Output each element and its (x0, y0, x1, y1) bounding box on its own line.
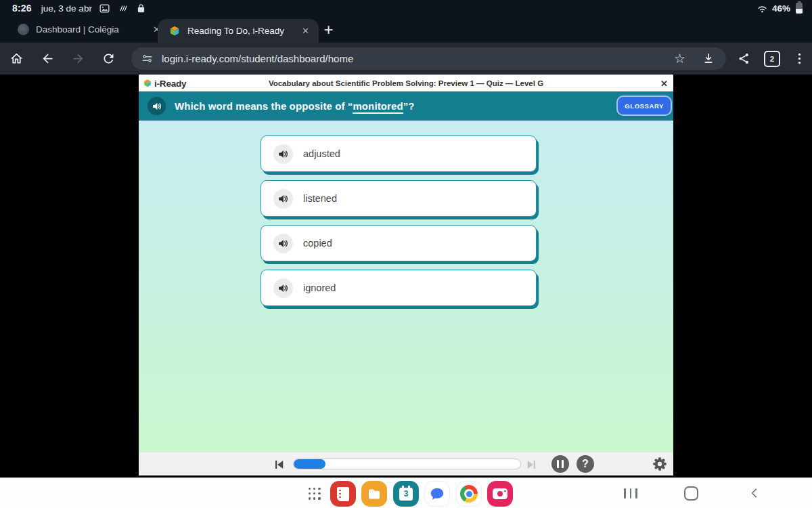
site-settings-icon[interactable] (141, 52, 154, 65)
new-tab-button[interactable]: + (315, 16, 342, 43)
option-label: ignored (303, 282, 336, 293)
back-nav-button[interactable] (748, 487, 761, 499)
question-mark-icon: ? (582, 458, 589, 470)
camera-app-icon[interactable] (487, 481, 513, 507)
reload-button[interactable] (100, 51, 116, 67)
messages-app-icon[interactable] (424, 481, 450, 507)
download-icon[interactable] (702, 52, 715, 66)
url-bar[interactable]: login.i-ready.com/student/dashboard/home… (131, 47, 726, 70)
calendar-day: 3 (404, 489, 409, 499)
skip-forward-icon[interactable] (525, 459, 537, 471)
progress-fill (294, 459, 325, 469)
android-taskbar: 3 (0, 478, 812, 508)
wifi-icon (757, 3, 768, 14)
quiz-title: Vocabulary about Scientific Problem Solv… (139, 79, 673, 87)
tab-title: Reading To Do, i-Ready (187, 26, 298, 36)
question-word: monitored (353, 100, 403, 114)
browser-tab-strip: Dashboard | Colēgia ✕ Reading To Do, i-R… (0, 16, 812, 43)
iready-quiz-page: i-Ready Vocabulary about Scientific Prob… (139, 75, 673, 475)
colegia-favicon-icon (18, 24, 29, 35)
option-label: listened (303, 193, 337, 204)
calendar-app-icon[interactable]: 3 (393, 481, 419, 507)
question-audio-button[interactable] (148, 97, 166, 115)
question-suffix: ”? (403, 100, 415, 112)
android-status-bar: 8:26 jue, 3 de abr 46% (0, 0, 812, 16)
back-button[interactable] (39, 51, 55, 67)
speaker-icon (277, 148, 289, 160)
chrome-app-icon[interactable] (456, 481, 482, 507)
question-bar: Which word means the opposite of “monito… (139, 91, 673, 121)
files-app-icon[interactable] (361, 481, 387, 507)
option-label: adjusted (303, 148, 340, 159)
iready-favicon-icon (168, 25, 181, 37)
option-label: copied (303, 238, 332, 249)
tab-reading-iready[interactable]: Reading To Do, i-Ready ✕ (158, 19, 319, 43)
stylus-slashes-icon (117, 3, 129, 14)
screenshot-icon (99, 3, 110, 14)
menu-kebab-icon[interactable] (791, 51, 807, 67)
battery-percent: 46% (772, 3, 790, 14)
status-date: jue, 3 de abr (41, 3, 92, 14)
speaker-icon (277, 193, 289, 205)
audio-progress-bar[interactable] (293, 459, 521, 469)
app-drawer-icon[interactable] (309, 488, 321, 500)
option-audio-button[interactable] (273, 189, 293, 209)
question-prefix: Which word means the opposite of “ (175, 100, 353, 112)
option-audio-button[interactable] (273, 234, 293, 253)
help-button[interactable]: ? (577, 455, 594, 473)
home-nav-button[interactable] (684, 486, 698, 501)
url-text[interactable]: login.i-ready.com/student/dashboard/home (162, 53, 674, 64)
answer-option-adjusted[interactable]: adjusted (261, 135, 537, 172)
pause-button[interactable] (551, 455, 569, 473)
speaker-icon (277, 282, 289, 294)
battery-icon (796, 3, 803, 14)
answer-area: adjusted listened copied ignored (139, 121, 673, 452)
bookmark-star-icon[interactable]: ☆ (674, 52, 685, 65)
option-audio-button[interactable] (273, 144, 293, 164)
quiz-header: i-Ready Vocabulary about Scientific Prob… (139, 75, 673, 91)
answer-option-ignored[interactable]: ignored (261, 270, 537, 306)
home-button[interactable] (8, 51, 24, 67)
tab-switcher-button[interactable]: 2 (764, 51, 780, 67)
audio-controls-bar: ? (139, 452, 673, 475)
shopping-bag-icon (135, 3, 147, 14)
forward-button[interactable] (70, 51, 87, 67)
tablet-screen: 8:26 jue, 3 de abr 46% Dashboard | Colēg… (0, 0, 812, 508)
tab-count: 2 (770, 55, 774, 63)
speaker-icon (277, 238, 289, 249)
browser-toolbar: login.i-ready.com/student/dashboard/home… (0, 43, 812, 75)
answer-option-listened[interactable]: listened (261, 180, 537, 217)
question-text: Which word means the opposite of “monito… (175, 100, 415, 112)
share-icon[interactable] (736, 51, 752, 67)
skip-back-icon[interactable] (273, 459, 286, 471)
pause-icon (557, 460, 564, 468)
settings-gear-icon[interactable] (651, 455, 669, 473)
tab-dashboard-colegia[interactable]: Dashboard | Colēgia ✕ (5, 16, 170, 43)
answer-option-copied[interactable]: copied (261, 225, 537, 261)
recents-button[interactable] (624, 488, 637, 499)
speaker-icon (152, 101, 162, 112)
option-audio-button[interactable] (273, 278, 293, 298)
glossary-button[interactable]: GLOSSARY (616, 96, 672, 116)
notes-app-icon[interactable] (330, 481, 356, 507)
close-quiz-icon[interactable]: ✕ (660, 79, 668, 89)
tab-title: Dashboard | Colēgia (36, 24, 149, 35)
clock: 8:26 (12, 3, 32, 14)
